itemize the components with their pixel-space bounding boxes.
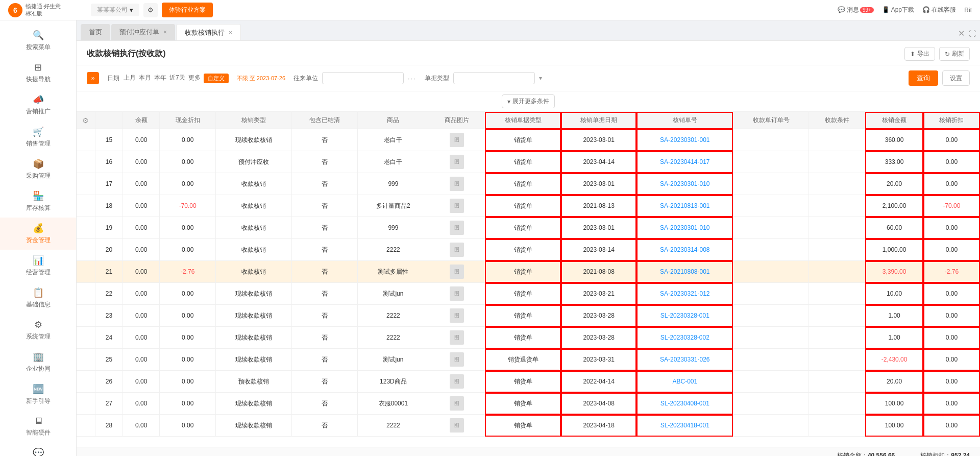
export-button[interactable]: ⬆ 导出 xyxy=(904,47,935,61)
tab-prepay-close[interactable]: × xyxy=(163,29,167,36)
tab-home[interactable]: 首页 xyxy=(81,24,110,40)
cell-verify-bill-date: 2023-03-01 xyxy=(561,129,636,151)
tab-receipt-verify[interactable]: 收款核销执行 × xyxy=(176,24,241,40)
cell-verify-bill-no[interactable]: SL-20230328-001 xyxy=(636,305,733,327)
sidebar-item-operation[interactable]: 📊 经营管理 xyxy=(0,250,76,282)
cell-verify-discount: 0.00 xyxy=(923,283,979,305)
tab-receipt-verify-close[interactable]: × xyxy=(229,29,232,36)
voucher-type-input[interactable] xyxy=(453,72,535,84)
sidebar-item-quick-nav[interactable]: ⊞ 快捷导航 xyxy=(0,57,76,89)
sidebar-item-finance[interactable]: 💰 资金管理 xyxy=(0,218,76,250)
cell-settings xyxy=(77,195,95,217)
counterpart-label: 往来单位 xyxy=(293,74,318,83)
sidebar-item-wechat[interactable]: 💬 企业微信 xyxy=(0,442,76,456)
date-link-7days[interactable]: 近7天 xyxy=(169,74,185,83)
trial-button[interactable]: 体验行业方案 xyxy=(162,3,213,17)
message-link[interactable]: 💬 消息99+ xyxy=(838,6,874,14)
cell-verify-type: 收款核销 xyxy=(216,239,291,261)
app-download-link[interactable]: 📱 App下载 xyxy=(882,6,914,14)
query-button[interactable]: 查询 xyxy=(909,70,938,86)
sidebar-label-quick-nav: 快捷导航 xyxy=(26,75,51,84)
cell-verify-bill-no[interactable]: SL-20230408-001 xyxy=(636,393,733,415)
cell-verify-bill-no[interactable]: SA-20230301-010 xyxy=(636,173,733,195)
cell-verify-bill-no[interactable]: SA-20230321-012 xyxy=(636,283,733,305)
footer-verify-amount: 核销金额：40,556,66... xyxy=(837,451,900,456)
company-selector[interactable]: 某某某公司 ▾ xyxy=(91,4,139,16)
custom-date-button[interactable]: 自定义 xyxy=(204,74,229,83)
table-footer: 核销金额：40,556,66... 核销折扣：952.24 xyxy=(77,447,980,456)
finance-icon: 💰 xyxy=(33,223,44,234)
cell-rownum: 17 xyxy=(95,173,123,195)
sidebar-item-system[interactable]: ⚙ 系统管理 xyxy=(0,314,76,346)
column-settings-button[interactable]: ⚙ xyxy=(82,116,89,125)
sidebar-item-marketing[interactable]: 📣 营销推广 xyxy=(0,89,76,121)
sidebar-item-inventory[interactable]: 🏪 库存核算 xyxy=(0,185,76,218)
sidebar-item-guide[interactable]: 🆕 新手引导 xyxy=(0,378,76,411)
cell-receipt-order-no xyxy=(733,415,808,437)
cell-goods-img: 图 xyxy=(429,217,485,239)
cell-receipt-order-no xyxy=(733,129,808,151)
cell-verify-bill-date: 2023-03-14 xyxy=(561,239,636,261)
filter-settings-button[interactable]: 设置 xyxy=(942,70,970,86)
sidebar-item-smart[interactable]: 🖥 智能硬件 xyxy=(0,411,76,442)
cell-verify-bill-no[interactable]: SA-20230301-010 xyxy=(636,217,733,239)
cell-verify-bill-type: 销货单 xyxy=(485,305,560,327)
cell-verify-type: 收款核销 xyxy=(216,195,291,217)
online-service-link[interactable]: 🎧 在线客服 xyxy=(922,6,956,14)
cell-verify-bill-no[interactable]: SA-20230301-001 xyxy=(636,129,733,151)
cell-verify-amount: 3,390.00 xyxy=(865,261,923,283)
cell-verify-bill-no[interactable]: SA-20230414-017 xyxy=(636,151,733,173)
cart-icon: 🛒 xyxy=(33,126,44,137)
sidebar-item-purchase[interactable]: 📦 采购管理 xyxy=(0,153,76,185)
cell-cash-discount: 0.00 xyxy=(160,415,216,437)
cell-verify-discount: 0.00 xyxy=(923,349,979,371)
tab-prepay-label: 预付冲应付单 xyxy=(119,28,159,37)
cell-receipt-cond xyxy=(809,239,865,261)
tab-maximize-icon[interactable]: ⛶ xyxy=(969,30,976,38)
cell-verify-bill-no[interactable]: SA-20230331-026 xyxy=(636,349,733,371)
cell-verify-bill-no[interactable]: SA-20230314-008 xyxy=(636,239,733,261)
cell-goods-img: 图 xyxy=(429,151,485,173)
col-header-verify-discount: 核销折扣 xyxy=(923,112,979,129)
cell-verify-bill-no[interactable]: SA-20210808-001 xyxy=(636,261,733,283)
company-name: 某某某公司 xyxy=(97,6,128,14)
tab-prepay[interactable]: 预付冲应付单 × xyxy=(111,24,175,40)
sidebar-item-corp[interactable]: 🏢 企业协同 xyxy=(0,346,76,378)
cell-verify-bill-no[interactable]: SL-20230418-001 xyxy=(636,415,733,437)
sidebar-item-sales[interactable]: 🛒 销售管理 xyxy=(0,121,76,153)
date-link-this-year[interactable]: 本年 xyxy=(154,74,166,83)
table-row: 24 0.00 0.00 现续收款核销 否 2222 图 销货单 2023-03… xyxy=(77,327,980,349)
cell-verify-bill-type: 销货单 xyxy=(485,371,560,393)
cell-verify-type: 收款核销 xyxy=(216,217,291,239)
date-link-more[interactable]: 更多 xyxy=(188,74,201,83)
date-link-last-month[interactable]: 上月 xyxy=(124,74,136,83)
expand-more-button[interactable]: ▾ 展开更多条件 xyxy=(502,94,555,108)
cell-settings xyxy=(77,415,95,437)
sidebar-item-basic-info[interactable]: 📋 基础信息 xyxy=(0,282,76,314)
top-bar-mid: 某某某公司 ▾ ⚙ 体验行业方案 xyxy=(91,3,831,17)
filter-bar: » 日期 上月 本月 本年 近7天 更多 自定义 不限 至 2023-07-26 xyxy=(77,65,980,91)
cell-verify-bill-no[interactable]: SL-20230328-002 xyxy=(636,327,733,349)
refresh-button[interactable]: ↻ 刷新 xyxy=(939,47,970,61)
cell-include-settled: 否 xyxy=(291,173,357,195)
cell-verify-bill-no[interactable]: SA-20210813-001 xyxy=(636,195,733,217)
date-links: 上月 本月 本年 近7天 更多 自定义 xyxy=(124,74,229,83)
cell-settings xyxy=(77,371,95,393)
tab-close-all-icon[interactable]: ✕ xyxy=(958,29,965,38)
col-header-verify-type: 核销类型 xyxy=(216,112,291,129)
date-link-this-month[interactable]: 本月 xyxy=(139,74,151,83)
settings-icon[interactable]: ⚙ xyxy=(143,3,158,17)
col-header-verify-bill-date: 核销单据日期 xyxy=(561,112,636,129)
expand-button[interactable]: » xyxy=(87,72,99,84)
cell-receipt-cond xyxy=(809,349,865,371)
cell-verify-bill-date: 2023-04-14 xyxy=(561,151,636,173)
sidebar-item-search[interactable]: 🔍 搜索菜单 xyxy=(0,25,76,57)
cell-verify-bill-type: 销货单 xyxy=(485,195,560,217)
col-header-settings[interactable]: ⚙ xyxy=(77,112,95,129)
sidebar-label-corp: 企业协同 xyxy=(26,365,51,373)
cell-verify-bill-no[interactable]: ABC-001 xyxy=(636,371,733,393)
cell-cash-discount: -70.00 xyxy=(160,195,216,217)
cell-rownum: 19 xyxy=(95,217,123,239)
counterpart-input[interactable] xyxy=(322,72,404,84)
cell-balance: 0.00 xyxy=(123,239,160,261)
